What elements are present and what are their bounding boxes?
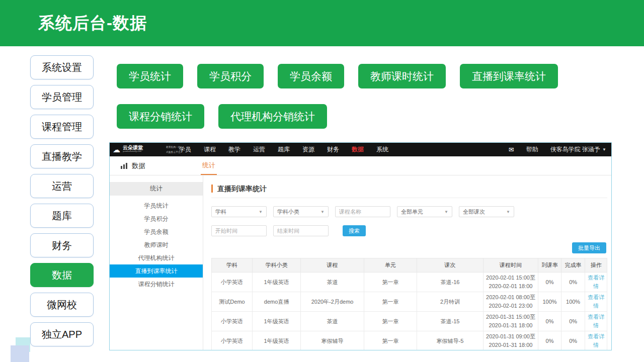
chevron-down-icon: ▼ — [506, 210, 510, 214]
chevron-down-icon: ▼ — [320, 210, 325, 214]
menu-item-agency-stats[interactable]: 代理机构统计 — [110, 251, 203, 264]
cloud-logo-icon: ☁ — [113, 146, 120, 153]
pill-live-attendance-stats[interactable]: 直播到课率统计 — [460, 64, 558, 88]
admin-screenshot-panel: ☁ 云朵课堂 yunduoketang.com 教育机构一站 式服务云平台 学员… — [109, 142, 612, 350]
table-header-row: 学科 学科小类 课程 单元 课次 课程时间 到课率 完成率 操作 — [212, 258, 607, 273]
menu-item-course-distribution-stats[interactable]: 课程分销统计 — [110, 278, 203, 291]
sidebar-item-system-settings[interactable]: 系统设置 — [30, 55, 94, 79]
menu-item-student-points[interactable]: 学员积分 — [110, 212, 203, 225]
nav-item-system[interactable]: 系统 — [376, 145, 388, 154]
view-detail-link[interactable]: 查看详情 — [585, 312, 607, 331]
table-row: 小学英语 1年级英语 茶道 第一章 茶道-16 2020-02-01 15:00… — [212, 273, 607, 292]
sidebar-item-micro-school[interactable]: 微网校 — [30, 293, 94, 317]
menu-item-teacher-hours[interactable]: 教师课时 — [110, 238, 203, 251]
logo-tagline-1: 教育机构一站 — [166, 146, 181, 149]
table-row: 测试Demo demo直播 2020年-2月demo 第一章 2月特训 2020… — [212, 292, 607, 312]
pill-course-distribution-stats[interactable]: 课程分销统计 — [117, 104, 204, 129]
batch-export-button[interactable]: 批量导出 — [572, 242, 606, 253]
logo-name: 云朵课堂 — [123, 145, 157, 150]
view-detail-link[interactable]: 查看详情 — [585, 273, 607, 292]
tab-statistics[interactable]: 统计 — [201, 156, 217, 175]
sidebar-item-question-bank[interactable]: 题库 — [30, 204, 94, 228]
pill-student-stats[interactable]: 学员统计 — [117, 64, 183, 88]
pill-student-points[interactable]: 学员积分 — [197, 64, 264, 88]
chevron-down-icon: ▼ — [602, 147, 606, 152]
account-name: 侠客岛学院 张涵予 — [550, 145, 600, 154]
logo-tagline-2: 式服务云平台 — [166, 151, 181, 154]
sidebar-item-data[interactable]: 数据 — [30, 263, 94, 287]
col-course-time: 课程时间 — [483, 258, 538, 273]
pill-student-balance[interactable]: 学员余额 — [278, 64, 344, 88]
quick-pills-row1: 学员统计 学员积分 学员余额 教师课时统计 直播到课率统计 — [117, 64, 558, 88]
content-heading: 直播到课率统计 — [211, 185, 607, 193]
nav-item-students[interactable]: 学员 — [179, 145, 191, 154]
left-rail: 系统设置 学员管理 课程管理 直播教学 运营 题库 财务 数据 微网校 独立AP… — [30, 55, 94, 352]
help-link[interactable]: 帮助 — [526, 145, 538, 154]
pill-teacher-hours-stats[interactable]: 教师课时统计 — [358, 64, 446, 88]
chevron-down-icon: ▼ — [444, 210, 448, 214]
table-row: 小学英语 1年级英语 寒假辅导 第一章 寒假辅导-5 2020-01-31 09… — [212, 331, 607, 350]
bar-chart-icon — [121, 162, 128, 169]
search-button[interactable]: 搜索 — [343, 225, 366, 236]
logo-url: yunduoketang.com — [123, 150, 141, 152]
admin-navbar: ☁ 云朵课堂 yunduoketang.com 教育机构一站 式服务云平台 学员… — [110, 143, 611, 156]
nav-item-resources[interactable]: 资源 — [302, 145, 314, 154]
end-time-input[interactable] — [273, 225, 329, 236]
chevron-down-icon: ▼ — [259, 210, 263, 214]
nav-item-finance[interactable]: 财务 — [327, 145, 339, 154]
page-banner: 系统后台-数据 — [0, 0, 644, 46]
col-completion: 完成率 — [561, 258, 585, 273]
nav-item-operations[interactable]: 运营 — [253, 145, 265, 154]
sidebar-item-course-management[interactable]: 课程管理 — [30, 115, 94, 139]
admin-body: 统计 学员统计 学员积分 学员余额 教师课时 代理机构统计 直播到课率统计 课程… — [110, 175, 611, 350]
pill-agency-distribution-stats[interactable]: 代理机构分销统计 — [218, 104, 327, 129]
attendance-table: 学科 学科小类 课程 单元 课次 课程时间 到课率 完成率 操作 小学英语 1年 — [211, 258, 607, 350]
sidebar-item-operations[interactable]: 运营 — [30, 174, 94, 198]
yunduo-logo: ☁ 云朵课堂 yunduoketang.com 教育机构一站 式服务云平台 — [113, 145, 168, 155]
course-name-input[interactable] — [335, 206, 390, 217]
sidebar-item-student-management[interactable]: 学员管理 — [30, 85, 94, 109]
nav-item-data[interactable]: 数据 — [352, 145, 364, 154]
nav-item-courses[interactable]: 课程 — [204, 145, 216, 154]
mail-icon[interactable]: ✉ — [509, 146, 514, 153]
menu-item-student-stats[interactable]: 学员统计 — [110, 199, 203, 212]
deco-square-blue — [11, 345, 29, 362]
heading-divider — [211, 198, 607, 198]
admin-nav-right: ✉ 帮助 侠客岛学院 张涵予 ▼ — [509, 145, 606, 154]
col-subject: 学科 — [212, 258, 253, 273]
filter-row-1: 学科 ▼ 学科小类 ▼ 全部单元 ▼ 全部课次 ▼ — [211, 206, 607, 217]
stats-content: 直播到课率统计 学科 ▼ 学科小类 ▼ 全部单元 ▼ 全部课次 ▼ — [203, 175, 611, 350]
menu-item-live-attendance-stats[interactable]: 直播到课率统计 — [110, 264, 203, 278]
page-title: 系统后台-数据 — [38, 12, 147, 35]
col-unit: 单元 — [364, 258, 417, 273]
filter-row-2: 搜索 — [211, 225, 607, 236]
menu-item-student-balance[interactable]: 学员余额 — [110, 225, 203, 238]
sidebar-item-live-teaching[interactable]: 直播教学 — [30, 144, 94, 168]
quick-pills-row2: 课程分销统计 代理机构分销统计 — [117, 104, 327, 129]
lesson-select[interactable]: 全部课次 ▼ — [459, 206, 514, 217]
sidebar-item-finance[interactable]: 财务 — [30, 233, 94, 257]
account-dropdown[interactable]: 侠客岛学院 张涵予 ▼ — [550, 145, 606, 154]
view-detail-link[interactable]: 查看详情 — [585, 292, 607, 312]
unit-select[interactable]: 全部单元 ▼ — [397, 206, 452, 217]
sidebar-item-standalone-app[interactable]: 独立APP — [30, 322, 94, 346]
start-time-input[interactable] — [211, 225, 267, 236]
view-detail-link[interactable]: 查看详情 — [585, 331, 607, 350]
stats-menu-header: 统计 — [110, 182, 203, 196]
section-label: 数据 — [121, 161, 145, 170]
export-row: 批量导出 — [211, 242, 607, 253]
nav-item-teaching[interactable]: 教学 — [228, 145, 240, 154]
col-action: 操作 — [585, 258, 607, 273]
admin-nav-items: 学员 课程 教学 运营 题库 资源 财务 数据 系统 — [179, 145, 388, 154]
col-course: 课程 — [301, 258, 364, 273]
stats-menu: 统计 学员统计 学员积分 学员余额 教师课时 代理机构统计 直播到课率统计 课程… — [110, 175, 203, 350]
col-lesson: 课次 — [417, 258, 484, 273]
table-row: 小学英语 1年级英语 茶道 第一章 茶道-15 2020-01-31 15:00… — [212, 312, 607, 331]
nav-item-question-bank[interactable]: 题库 — [278, 145, 290, 154]
subcategory-select[interactable]: 学科小类 ▼ — [273, 206, 329, 217]
subject-select[interactable]: 学科 ▼ — [211, 206, 267, 217]
admin-tabbar: 数据 统计 — [110, 156, 611, 175]
col-attendance: 到课率 — [538, 258, 561, 273]
section-name: 数据 — [132, 161, 145, 170]
col-subcategory: 学科小类 — [253, 258, 301, 273]
